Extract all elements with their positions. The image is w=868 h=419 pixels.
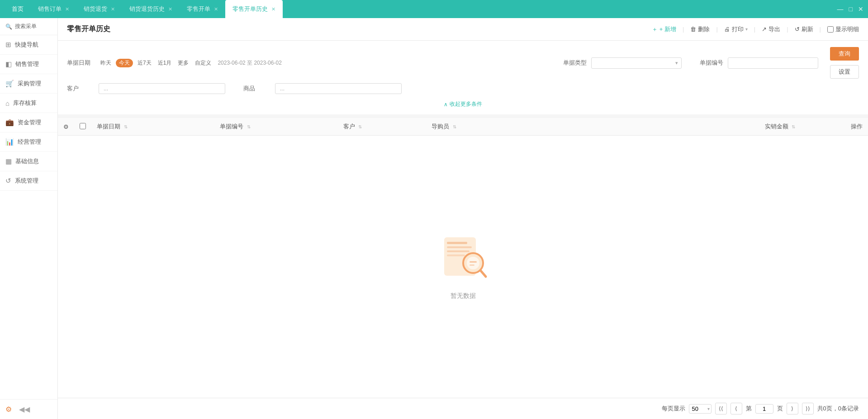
- no-sort-icon[interactable]: ⇅: [247, 124, 251, 129]
- amount-col-label: 实销金额: [765, 123, 788, 130]
- no-col-label: 单据编号: [220, 123, 243, 130]
- close-tab-retail-open-history[interactable]: ✕: [271, 6, 275, 12]
- maximize-btn[interactable]: □: [849, 5, 853, 13]
- tab-sales-return-history[interactable]: 销货退货历史 ✕: [122, 0, 180, 18]
- amount-sort-icon[interactable]: ⇅: [792, 124, 795, 129]
- sidebar-settings-icon[interactable]: ⚙: [5, 405, 12, 414]
- sidebar-search[interactable]: 🔍 搜索采单: [0, 18, 57, 35]
- date-today[interactable]: 今天: [116, 59, 133, 67]
- page-number-input[interactable]: [755, 404, 773, 414]
- sidebar-item-purchase-mgmt[interactable]: 🛒 采购管理: [0, 74, 57, 94]
- header-date[interactable]: 单据日期 ⇅: [91, 118, 214, 136]
- minimize-btn[interactable]: —: [837, 5, 844, 13]
- header-checkbox[interactable]: [74, 118, 91, 136]
- settings-button[interactable]: 设置: [830, 65, 859, 79]
- page-title: 零售开单历史: [67, 24, 110, 40]
- header-no[interactable]: 单据编号 ⇅: [214, 118, 337, 136]
- date-more[interactable]: 更多: [176, 58, 190, 68]
- sidebar-item-quick-nav[interactable]: ⊞ 快捷导航: [0, 35, 57, 55]
- collapse-up-icon: ∧: [444, 101, 448, 108]
- prev-page-btn[interactable]: ⟨: [730, 403, 742, 414]
- collapse-more-btn[interactable]: ∧ 收起更多条件: [67, 99, 859, 111]
- select-all-checkbox[interactable]: [80, 123, 86, 129]
- svg-rect-3: [447, 250, 470, 252]
- last-page-btn[interactable]: ⟩⟩: [802, 403, 814, 414]
- page-suffix: 页: [777, 405, 783, 413]
- date-custom[interactable]: 自定义: [193, 58, 213, 68]
- action-col-label: 操作: [851, 123, 863, 130]
- page-header: 零售开单历史 ＋ + 新增 | 🗑 删除 | 🖨 打印 ▾ |: [58, 18, 868, 41]
- display-detail-checkbox-area: 显示明细: [827, 25, 859, 33]
- page-label: 第: [746, 405, 752, 413]
- goods-input[interactable]: ...: [275, 83, 402, 94]
- sidebar-collapse-icon[interactable]: ◀◀: [19, 405, 30, 414]
- sales-icon: ◧: [5, 60, 12, 68]
- inventory-icon: ⌂: [5, 99, 9, 107]
- sidebar-item-finance[interactable]: 💼 资金管理: [0, 113, 57, 132]
- table-settings-icon[interactable]: ⚙: [63, 123, 69, 130]
- print-button[interactable]: 🖨 打印 ▾: [724, 25, 748, 33]
- next-page-btn[interactable]: ⟩: [787, 403, 798, 414]
- delete-icon: 🗑: [690, 26, 696, 33]
- goods-label: 商品: [243, 85, 270, 93]
- date-yesterday[interactable]: 昨天: [99, 58, 113, 68]
- window-controls: — □ ✕: [837, 5, 863, 13]
- add-button[interactable]: ＋ + 新增: [652, 25, 676, 33]
- search-icon: 🔍: [5, 24, 12, 30]
- toolbar: ＋ + 新增 | 🗑 删除 | 🖨 打印 ▾ | ↗ 导出: [652, 25, 859, 40]
- per-page-select[interactable]: 50 10 20 100: [689, 404, 711, 414]
- refresh-button[interactable]: ↺ 刷新: [795, 25, 813, 33]
- tab-retail-open[interactable]: 零售开单 ✕: [180, 0, 225, 18]
- tab-retail-open-history[interactable]: 零售开单历史 ✕: [225, 0, 283, 18]
- close-tab-sales-return[interactable]: ✕: [111, 6, 115, 12]
- finance-icon: 💼: [5, 118, 14, 127]
- data-table: ⚙ 单据日期 ⇅ 单据编号 ⇅: [58, 118, 868, 136]
- tab-sales-return[interactable]: 销货退货 ✕: [76, 0, 122, 18]
- operations-icon: 📊: [5, 138, 14, 146]
- header-customer[interactable]: 客户 ⇅: [338, 118, 426, 136]
- date-7days[interactable]: 近7天: [136, 58, 153, 68]
- quick-nav-icon: ⊞: [5, 41, 11, 49]
- sidebar-item-sales-mgmt[interactable]: ◧ 销售管理: [0, 55, 57, 74]
- guide-sort-icon[interactable]: ⇅: [453, 124, 456, 129]
- delete-button[interactable]: 🗑 删除: [690, 25, 710, 33]
- doc-no-input[interactable]: [728, 57, 818, 69]
- system-icon: ↺: [5, 177, 11, 185]
- header-settings[interactable]: ⚙: [58, 118, 74, 136]
- content-area: 零售开单历史 ＋ + 新增 | 🗑 删除 | 🖨 打印 ▾ |: [58, 18, 868, 419]
- header-amount[interactable]: 实销金额 ⇅: [532, 118, 801, 136]
- sidebar-item-system[interactable]: ↺ 系统管理: [0, 171, 57, 191]
- per-page-select-wrap: 50 10 20 100: [689, 404, 711, 414]
- sidebar-item-operations[interactable]: 📊 经营管理: [0, 132, 57, 152]
- display-detail-checkbox[interactable]: [827, 26, 834, 33]
- export-button[interactable]: ↗ 导出: [762, 25, 780, 33]
- guide-col-label: 导购员: [432, 123, 449, 130]
- empty-state: 暂无数据: [58, 136, 868, 398]
- tab-bar: 首页 销售订单 ✕ 销货退货 ✕ 销货退货历史 ✕ 零售开单 ✕ 零售开单历史 …: [0, 0, 868, 18]
- tab-home[interactable]: 首页: [5, 0, 31, 18]
- sidebar-item-inventory[interactable]: ⌂ 库存核算: [0, 94, 57, 113]
- close-tab-sales-return-history[interactable]: ✕: [168, 6, 172, 12]
- header-guide[interactable]: 导购员 ⇅: [426, 118, 532, 136]
- customer-sort-icon[interactable]: ⇅: [358, 124, 362, 129]
- doc-no-label: 单据编号: [700, 59, 723, 67]
- sidebar-item-basic-info[interactable]: ▦ 基础信息: [0, 152, 57, 171]
- close-btn[interactable]: ✕: [858, 5, 863, 13]
- print-icon: 🖨: [724, 26, 730, 33]
- export-icon: ↗: [762, 26, 767, 33]
- svg-rect-2: [447, 246, 472, 248]
- customer-input[interactable]: ...: [99, 83, 225, 94]
- close-tab-retail-open[interactable]: ✕: [214, 6, 218, 12]
- svg-rect-9: [470, 264, 474, 266]
- doc-type-select[interactable]: [591, 57, 682, 69]
- svg-rect-4: [447, 254, 465, 256]
- sidebar-bottom: ⚙ ◀◀: [0, 399, 57, 419]
- header-action: 操作: [801, 118, 868, 136]
- query-button[interactable]: 查询: [830, 47, 859, 61]
- date-1month[interactable]: 近1月: [156, 58, 174, 68]
- first-page-btn[interactable]: ⟨⟨: [715, 403, 727, 414]
- tab-sales-order[interactable]: 销售订单 ✕: [31, 0, 76, 18]
- sidebar: 🔍 搜索采单 ⊞ 快捷导航 ◧ 销售管理 🛒 采购管理 ⌂ 库存核算 💼 资金管…: [0, 18, 58, 419]
- date-sort-icon[interactable]: ⇅: [124, 124, 128, 129]
- close-tab-sales-order[interactable]: ✕: [65, 6, 69, 12]
